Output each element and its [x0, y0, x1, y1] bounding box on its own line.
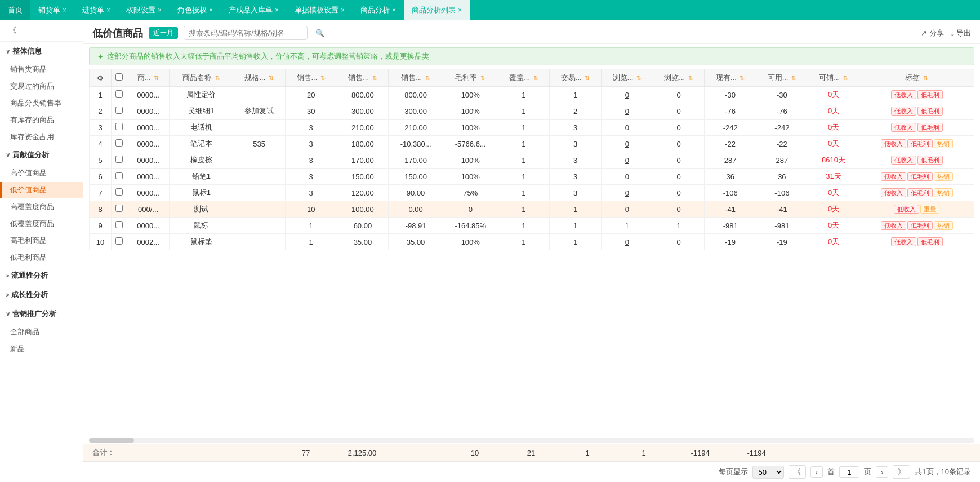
cell-br1[interactable]: 0 [601, 201, 653, 218]
cell-br1[interactable]: 0 [601, 103, 653, 120]
col-name[interactable]: 商品名称 ⇅ [170, 69, 233, 87]
row-checkbox[interactable] [115, 139, 123, 147]
col-saleable[interactable]: 可销... ⇅ [808, 69, 859, 87]
cell-checkbox[interactable] [112, 234, 127, 250]
cell-checkbox[interactable] [112, 152, 127, 169]
row-checkbox[interactable] [115, 237, 123, 245]
sidebar-item-high-margin[interactable]: 高毛利商品 [0, 232, 83, 249]
cell-br1[interactable]: 0 [601, 185, 653, 201]
cell-checkbox[interactable] [112, 103, 127, 120]
sidebar-item-capital[interactable]: 库存资金占用 [0, 129, 83, 145]
nav-purchase-order[interactable]: 进货单 × [74, 0, 118, 20]
time-range-tag[interactable]: 近一月 [149, 27, 178, 39]
nav-product-analysis[interactable]: 商品分析 × [353, 0, 404, 20]
sidebar-item-in-stock[interactable]: 有库存的商品 [0, 112, 83, 129]
share-button[interactable]: ↗ 分享 [921, 28, 944, 38]
nav-product-stock[interactable]: 产成品入库单 × [221, 0, 287, 20]
row-checkbox[interactable] [115, 107, 123, 114]
close-product-analysis[interactable]: × [392, 6, 396, 14]
horizontal-scrollbar[interactable] [89, 438, 974, 443]
nav-permission[interactable]: 权限设置 × [118, 0, 170, 20]
close-purchase-order[interactable]: × [106, 6, 110, 14]
close-product-stock[interactable]: × [275, 6, 279, 14]
sidebar-item-low-value[interactable]: 低价值商品 [0, 182, 83, 198]
first-page-btn[interactable]: 《 [789, 465, 806, 479]
close-sales-order[interactable]: × [63, 6, 66, 14]
row-checkbox[interactable] [115, 172, 123, 179]
sidebar-item-low-margin[interactable]: 低毛利商品 [0, 249, 83, 266]
close-permission[interactable]: × [158, 6, 162, 14]
col-sales3[interactable]: 销售... ⇅ [389, 69, 443, 87]
row-checkbox[interactable] [115, 156, 123, 163]
last-page-btn[interactable]: 》 [893, 465, 910, 479]
cell-br1[interactable]: 0 [601, 87, 653, 103]
cell-checkbox[interactable] [112, 136, 127, 152]
close-product-analysis-list[interactable]: × [458, 6, 462, 14]
sidebar-item-high-coverage[interactable]: 高覆盖度商品 [0, 198, 83, 215]
col-browse1[interactable]: 浏览... ⇅ [601, 69, 653, 87]
sidebar-item-new-products[interactable]: 新品 [0, 341, 83, 357]
sidebar-item-high-value[interactable]: 高价值商品 [0, 165, 83, 182]
cell-s1: 3 [285, 152, 337, 169]
col-browse2[interactable]: 浏览... ⇅ [653, 69, 705, 87]
row-checkbox[interactable] [115, 205, 123, 212]
row-checkbox[interactable] [115, 221, 123, 228]
col-tags[interactable]: 标签 ⇅ [859, 69, 974, 87]
col-spec[interactable]: 规格... ⇅ [233, 69, 285, 87]
cell-checkbox[interactable] [112, 218, 127, 234]
cell-checkbox[interactable] [112, 201, 127, 218]
row-checkbox[interactable] [115, 123, 123, 130]
sidebar-item-category-sales[interactable]: 商品分类销售率 [0, 95, 83, 112]
col-code[interactable]: 商... ⇅ [127, 69, 170, 87]
select-all-checkbox[interactable] [115, 73, 123, 81]
sidebar-group-contribution[interactable]: ∨ 贡献值分析 [0, 145, 83, 165]
cell-checkbox[interactable] [112, 169, 127, 185]
sidebar-item-all-products[interactable]: 全部商品 [0, 324, 83, 341]
scrollbar-thumb[interactable] [89, 438, 134, 443]
prev-page-btn[interactable]: ‹ [810, 466, 823, 478]
col-coverage[interactable]: 覆盖... ⇅ [498, 69, 550, 87]
col-sales2[interactable]: 销售... ⇅ [337, 69, 389, 87]
cell-checkbox[interactable] [112, 185, 127, 201]
nav-role-auth[interactable]: 角色授权 × [170, 0, 221, 20]
sidebar-item-low-coverage[interactable]: 低覆盖度商品 [0, 215, 83, 232]
cell-br1[interactable]: 1 [601, 218, 653, 234]
row-checkbox[interactable] [115, 90, 123, 98]
sidebar-group-circulation[interactable]: > 流通性分析 [0, 266, 83, 285]
col-available[interactable]: 可用... ⇅ [756, 69, 808, 87]
sidebar-group-growth[interactable]: > 成长性分析 [0, 285, 83, 304]
close-role-auth[interactable]: × [209, 6, 213, 14]
col-gross[interactable]: 毛利率 ⇅ [443, 69, 498, 87]
nav-product-analysis-list[interactable]: 商品分析列表 × [404, 0, 470, 20]
page-number-input[interactable] [839, 466, 859, 478]
cell-br1[interactable]: 0 [601, 152, 653, 169]
cell-br1[interactable]: 0 [601, 169, 653, 185]
footer-br2: 1 [627, 449, 661, 457]
sidebar-item-sales-category[interactable]: 销售类商品 [0, 61, 83, 78]
cell-checkbox[interactable] [112, 87, 127, 103]
col-select-all[interactable] [112, 69, 127, 87]
search-icon[interactable]: 🔍 [315, 29, 324, 37]
cell-s3: 90.00 [389, 185, 443, 201]
search-input[interactable] [184, 26, 308, 40]
cell-br1[interactable]: 0 [601, 120, 653, 136]
col-sales1[interactable]: 销售... ⇅ [285, 69, 337, 87]
nav-sales-order[interactable]: 销货单 × [30, 0, 74, 20]
export-button[interactable]: ↓ 导出 [951, 28, 972, 38]
nav-home[interactable]: 首页 [0, 0, 30, 20]
nav-template[interactable]: 单据模板设置 × [287, 0, 353, 20]
row-checkbox[interactable] [115, 188, 123, 196]
sidebar-group-marketing[interactable]: ∨ 营销推广分析 [0, 304, 83, 324]
sidebar-item-traded[interactable]: 交易过的商品 [0, 78, 83, 95]
next-page-btn[interactable]: › [876, 466, 888, 478]
cell-br1[interactable]: 0 [601, 234, 653, 250]
col-gear[interactable]: ⚙ [90, 69, 112, 87]
col-current[interactable]: 现有... ⇅ [705, 69, 756, 87]
col-trade[interactable]: 交易... ⇅ [550, 69, 602, 87]
cell-checkbox[interactable] [112, 120, 127, 136]
close-template[interactable]: × [341, 6, 345, 14]
sidebar-collapse-btn[interactable]: 《 [5, 24, 20, 38]
cell-br1[interactable]: 0 [601, 136, 653, 152]
page-size-select[interactable]: 50 100 200 [752, 466, 784, 479]
sidebar-group-overall[interactable]: ∨ 整体信息 [0, 42, 83, 61]
